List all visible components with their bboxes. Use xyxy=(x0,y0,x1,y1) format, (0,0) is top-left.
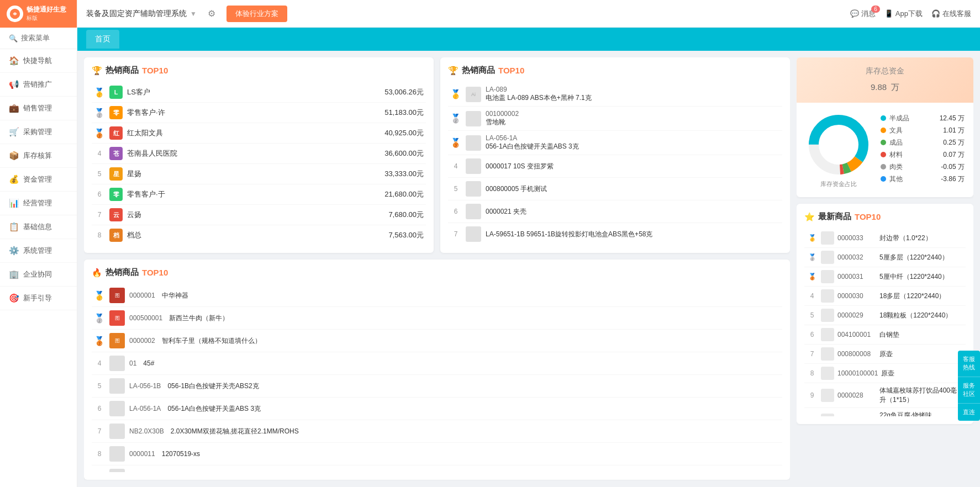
list-item: 🥉 0000031 5厘中纤（1220*2440） xyxy=(804,267,966,287)
sidebar-item-finance[interactable]: 💰 资金管理 xyxy=(0,168,77,192)
top-customers-card: 🏆 热销商品 TOP10 🥇 L LS客户 53,006.26元 xyxy=(84,57,434,253)
online-service-button[interactable]: 🎧 在线客服 xyxy=(931,9,971,19)
table-row: 6 0000021 夹壳 xyxy=(448,200,782,223)
customer-name: 云扬 xyxy=(127,210,384,220)
sidebar-item-purchase[interactable]: 🛒 采购管理 xyxy=(0,120,77,144)
customer-amount: 7,563.00元 xyxy=(388,230,424,240)
list-item: 9 KK-SD22110H 花语萌值温分糖罐袋（厚款） xyxy=(92,465,782,472)
table-row: 🥈 零 零售客户·许 51,183.00元 xyxy=(92,103,426,123)
product-thumbnail xyxy=(109,378,125,394)
list-item: 5 0000029 18颗粒板（1220*2440） xyxy=(804,306,966,325)
sidebar-item-marketing[interactable]: 📢 营销推广 xyxy=(0,73,77,97)
sidebar-item-sales[interactable]: 💼 销售管理 xyxy=(0,97,77,120)
operations-icon: 📊 xyxy=(9,198,19,208)
sales-icon: 💼 xyxy=(9,103,19,113)
legend-item: 肉类 -0.05 万 xyxy=(881,162,965,172)
list-item: 8 0000011 12070519-xs xyxy=(92,443,782,465)
direct-connect-button[interactable]: 直连 xyxy=(958,403,980,421)
product-thumbnail: 图 xyxy=(109,310,125,326)
float-buttons: 客服热线 服务社区 直连 xyxy=(958,351,980,421)
avatar: 云 xyxy=(109,208,123,221)
system-icon: ⚙️ xyxy=(9,246,19,256)
table-row: 🥈 001000002 雪地靴 xyxy=(448,107,782,131)
product-thumbnail xyxy=(821,328,834,341)
legend-dot xyxy=(881,140,886,145)
top-customers-title: 🏆 热销商品 TOP10 xyxy=(92,65,426,76)
enterprise-icon: 🏢 xyxy=(9,269,19,279)
inventory-icon: 📦 xyxy=(9,151,19,161)
hot-products-right-card: 🏆 热销商品 TOP10 🥇 Ai LA-089 电池盖 LA-089 ABS本… xyxy=(440,57,790,253)
list-item: 6 004100001 白钢垫 xyxy=(804,325,966,345)
table-row: 6 零 零售客户·于 21,680.00元 xyxy=(92,184,426,205)
list-item: 🥈 0000032 5厘多层（1220*2440） xyxy=(804,248,966,267)
sidebar-label-sales: 销售管理 xyxy=(23,103,52,113)
trial-button[interactable]: 体验行业方案 xyxy=(226,6,287,22)
table-row: 7 云 云扬 7,680.00元 xyxy=(92,205,426,225)
settings-button[interactable]: ⚙ xyxy=(203,6,220,22)
app-logo: 畅捷通好生意 标版 xyxy=(0,0,77,28)
sidebar-item-operations[interactable]: 📊 经营管理 xyxy=(0,192,77,215)
sidebar-label-guide: 新手引导 xyxy=(23,293,52,303)
product-thumbnail xyxy=(821,367,834,380)
sidebar-item-basics[interactable]: 📋 基础信息 xyxy=(0,215,77,239)
customer-name: 零售客户·于 xyxy=(127,189,380,199)
inventory-legend: 半成品 12.45 万 文具 1.01 万 成品 0.25 万 xyxy=(881,114,965,187)
table-row: 4 0000017 10S 变扭罗紫 xyxy=(448,155,782,178)
product-thumbnail xyxy=(466,204,481,219)
sidebar-item-enterprise[interactable]: 🏢 企业协同 xyxy=(0,263,77,287)
home-icon: 🏠 xyxy=(9,56,19,66)
system-selector[interactable]: 装备及固定资产辅助管理系统 ▼ xyxy=(86,9,197,19)
customers-list: 🥇 L LS客户 53,006.26元 🥈 零 零售客户·许 51,183.00… xyxy=(92,82,426,245)
legend-dot xyxy=(881,115,886,121)
customer-amount: 33,333.00元 xyxy=(384,169,424,179)
finance-icon: 💰 xyxy=(9,174,19,184)
inventory-value: 9.88 万 xyxy=(808,76,962,94)
inventory-card: 库存总资金 9.88 万 xyxy=(797,57,973,197)
medal-3-icon: 🥉 xyxy=(94,128,105,139)
sidebar-item-system[interactable]: ⚙️ 系统管理 xyxy=(0,239,77,263)
nav-home[interactable]: 首页 xyxy=(86,30,119,49)
trophy-icon-2: 🏆 xyxy=(448,66,459,76)
trophy-icon: 🏆 xyxy=(92,66,102,76)
list-item: 🥈 图 000500001 新西兰牛肉（新牛） xyxy=(92,307,782,330)
list-item: 10 003800001 22g鱼豆腐·烧烤味（1*12*20） xyxy=(804,408,966,416)
product-thumbnail xyxy=(821,251,834,264)
hot-products-main-title: 🔥 热销商品 TOP10 xyxy=(92,267,782,278)
sidebar: 畅捷通好生意 标版 🔍 搜索菜单 🏠 快捷导航 📢 营销推广 💼 销售管理 🛒 … xyxy=(0,0,77,487)
sidebar-label-basics: 基础信息 xyxy=(23,222,52,232)
customer-amount: 53,006.26元 xyxy=(384,87,424,97)
product-thumbnail xyxy=(109,446,125,462)
list-item: 🥇 0000033 封边带（1.0*22） xyxy=(804,229,966,248)
system-title: 装备及固定资产辅助管理系统 xyxy=(86,9,187,19)
customer-service-button[interactable]: 客服热线 xyxy=(958,351,980,377)
list-item: 7 NB2.0X30B 2.0X30MM双搓花轴,搓花直径2.1MM/ROHS xyxy=(92,420,782,443)
inventory-header: 库存总资金 9.88 万 xyxy=(797,57,973,103)
app-name: 畅捷通好生意 xyxy=(27,6,66,14)
search-menu-item[interactable]: 🔍 搜索菜单 xyxy=(0,28,77,49)
sidebar-item-inventory[interactable]: 📦 库存核算 xyxy=(0,144,77,168)
list-item: 4 0000030 18多层（1220*2440） xyxy=(804,287,966,306)
list-item: 🥇 图 0000001 中华神器 xyxy=(92,284,782,307)
list-item: 5 LA-056-1B 056-1B白色按键开关壳ABS2克 xyxy=(92,375,782,398)
chart-label: 库存资金占比 xyxy=(820,180,857,188)
list-item: 6 LA-056-1A 056-1A白色按键开关盖ABS 3克 xyxy=(92,398,782,420)
customer-name: LS客户 xyxy=(127,87,380,97)
sidebar-label-purchase: 采购管理 xyxy=(23,127,52,137)
avatar: L xyxy=(109,86,123,99)
customer-name: 档总 xyxy=(127,230,384,240)
sidebar-item-guide[interactable]: 🎯 新手引导 xyxy=(0,287,77,310)
product-thumbnail xyxy=(821,289,834,303)
table-row: 5 000800005 手机测试 xyxy=(448,178,782,200)
service-community-button[interactable]: 服务社区 xyxy=(958,377,980,403)
sidebar-item-quick-nav[interactable]: 🏠 快捷导航 xyxy=(0,49,77,73)
main-area: 装备及固定资产辅助管理系统 ▼ ⚙ 体验行业方案 💬 消息 6 📱 App下载 … xyxy=(77,0,980,487)
legend-dot xyxy=(881,152,886,157)
message-button[interactable]: 💬 消息 6 xyxy=(850,9,876,19)
app-download-button[interactable]: 📱 App下载 xyxy=(884,9,923,19)
hot-products-main-card: 🔥 热销商品 TOP10 🥇 图 0000001 中华神器 🥈 图 xyxy=(84,260,790,480)
avatar: 零 xyxy=(109,188,123,201)
new-products-list: 🥇 0000033 封边带（1.0*22） 🥈 0000032 5厘多层（122… xyxy=(804,229,966,416)
product-thumbnail xyxy=(109,401,125,416)
topbar: 装备及固定资产辅助管理系统 ▼ ⚙ 体验行业方案 💬 消息 6 📱 App下载 … xyxy=(77,0,980,28)
legend-dot xyxy=(881,176,886,182)
